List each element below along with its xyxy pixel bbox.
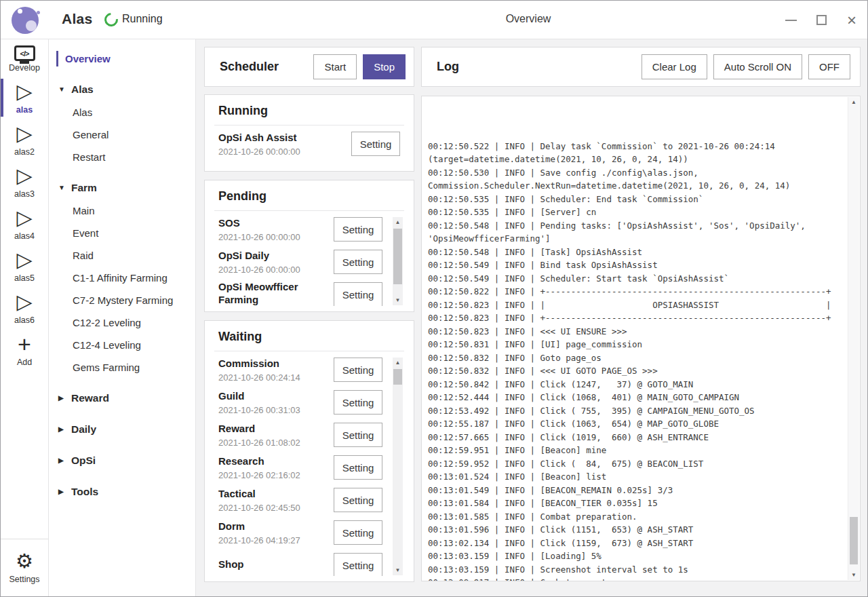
rail-item[interactable]: alas4 xyxy=(1,203,48,245)
rail-item[interactable]: alas2 xyxy=(1,119,48,161)
pending-scrollbar[interactable] xyxy=(393,217,403,305)
task-row: OpSi Ash Assist 2021-10-26 00:00:00 Sett… xyxy=(218,127,400,159)
task-row: Shop Setting xyxy=(218,548,382,576)
auto-scroll-off-button[interactable]: OFF xyxy=(808,54,850,79)
sidebar-item[interactable]: Overview xyxy=(49,47,195,70)
task-next-run-time: 2021-10-26 01:08:02 xyxy=(218,438,326,448)
rail-item[interactable]: Add xyxy=(1,329,48,371)
sidebar-item-label: Tools xyxy=(71,486,98,497)
running-status: Running xyxy=(122,13,163,25)
gear-icon xyxy=(16,550,33,573)
running-title: Running xyxy=(205,95,414,125)
expander-triangle-icon: ▼ xyxy=(58,85,71,93)
stop-button[interactable]: Stop xyxy=(363,54,406,79)
scroll-down-icon[interactable] xyxy=(393,295,403,305)
clear-log-button[interactable]: Clear Log xyxy=(642,54,707,79)
log-output: 00:12:50.522 | INFO | Delay task `Commis… xyxy=(422,96,848,581)
rail-item-label: alas6 xyxy=(14,315,35,325)
auto-scroll-on-button[interactable]: Auto Scroll ON xyxy=(713,54,802,79)
log-header-panel: Log Clear Log Auto Scroll ON OFF xyxy=(421,47,861,87)
sidebar-item[interactable]: ▶OpSi xyxy=(49,449,195,472)
sidebar-item-label: Alas xyxy=(73,107,92,118)
task-name: Reward xyxy=(218,422,326,435)
log-line: 00:12:50.548 | INFO | Pending tasks: ['O… xyxy=(428,219,848,233)
log-line: 00:12:50.823 | INFO | <<< UI ENSURE >>> xyxy=(428,325,848,339)
task-setting-button[interactable]: Setting xyxy=(334,488,382,512)
rail-item-label: alas3 xyxy=(14,189,35,199)
task-row: OpSi Meowfficer Farming Setting xyxy=(218,277,382,306)
sidebar-item[interactable]: C1-1 Affinity Farming xyxy=(49,267,195,289)
sidebar-item[interactable]: Raid xyxy=(49,244,195,267)
sidebar-item[interactable]: C12-2 Leveling xyxy=(49,311,195,334)
maximize-button[interactable] xyxy=(815,14,827,26)
sidebar-item-label: Alas xyxy=(71,83,94,95)
log-scrollbar[interactable] xyxy=(848,97,859,580)
log-line: 'OpsiMeowfficerFarming'] xyxy=(428,232,848,246)
sidebar-item[interactable]: Restart xyxy=(49,146,195,168)
sidebar-item[interactable]: C7-2 Mystery Farming xyxy=(49,289,195,311)
task-next-run-time: 2021-10-26 04:19:27 xyxy=(218,535,326,545)
scroll-down-icon[interactable] xyxy=(848,570,859,580)
task-setting-button[interactable]: Setting xyxy=(334,358,382,382)
minimize-button[interactable] xyxy=(785,14,797,26)
log-line: 00:12:50.535 | INFO | [Server] cn xyxy=(428,206,848,219)
rail-item-label: Add xyxy=(17,358,32,367)
sidebar-item-label: General xyxy=(73,129,108,140)
scrollbar-thumb[interactable] xyxy=(393,369,402,385)
sidebar-item[interactable]: Gems Farming xyxy=(49,356,195,379)
sidebar-item[interactable]: ▶Daily xyxy=(49,418,195,441)
sidebar-item[interactable]: ▼Farm xyxy=(49,176,195,199)
scheduler-panel: Scheduler Start Stop xyxy=(204,47,414,87)
task-setting-button[interactable]: Setting xyxy=(334,217,382,242)
rail-item-label: alas5 xyxy=(14,273,35,283)
rail-item-label: alas4 xyxy=(14,231,35,241)
sidebar-item[interactable]: General xyxy=(49,123,195,146)
instance-rail: Develop alas alas2 alas3 xyxy=(1,39,49,596)
waiting-panel: Waiting Commission 2021-10-26 00:24:14 S… xyxy=(204,320,414,582)
waiting-scrollbar[interactable] xyxy=(393,358,403,575)
rail-item-label: Develop xyxy=(9,63,40,73)
start-button[interactable]: Start xyxy=(313,54,357,79)
sidebar-item[interactable]: Alas xyxy=(49,101,195,123)
rail-item[interactable]: alas5 xyxy=(1,245,48,287)
sidebar-item[interactable]: ▶Tools xyxy=(49,480,195,503)
scrollbar-thumb[interactable] xyxy=(850,517,858,564)
settings-button[interactable]: Settings xyxy=(1,546,48,588)
nav-sidebar: Overview ▼Alas Alas General Restart ▼Far… xyxy=(49,39,196,596)
task-setting-button[interactable]: Setting xyxy=(351,132,400,156)
task-setting-button[interactable]: Setting xyxy=(334,520,382,545)
log-panel: 00:12:50.522 | INFO | Delay task `Commis… xyxy=(421,96,861,581)
scroll-down-icon[interactable] xyxy=(393,565,403,575)
task-row: OpSi Daily 2021-10-26 00:00:00 Setting xyxy=(218,245,382,277)
scrollbar-thumb[interactable] xyxy=(393,229,402,284)
sidebar-item-label: C7-2 Mystery Farming xyxy=(73,294,173,306)
task-setting-button[interactable]: Setting xyxy=(334,553,382,576)
log-line: 00:12:50.832 | INFO | <<< UI GOTO PAGE_O… xyxy=(428,364,848,378)
sidebar-item[interactable]: C12-4 Leveling xyxy=(49,334,195,356)
task-setting-button[interactable]: Setting xyxy=(334,423,382,447)
rail-item[interactable]: alas3 xyxy=(1,161,48,203)
scroll-up-icon[interactable] xyxy=(393,358,403,368)
log-line: 00:12:50.823 | INFO | +-----------------… xyxy=(428,311,848,325)
sidebar-item[interactable]: Event xyxy=(49,222,195,244)
rail-item[interactable]: Develop xyxy=(1,45,48,77)
task-setting-button[interactable]: Setting xyxy=(334,250,382,274)
running-panel: Running OpSi Ash Assist 2021-10-26 00:00… xyxy=(204,94,414,172)
sidebar-item-label: C12-4 Leveling xyxy=(73,339,141,351)
rail-item[interactable]: alas xyxy=(1,77,48,119)
sidebar-item[interactable]: ▼Alas xyxy=(49,78,195,101)
task-setting-button[interactable]: Setting xyxy=(334,455,382,480)
task-name: OpSi Meowfficer Farming xyxy=(218,280,326,306)
close-button[interactable]: × xyxy=(846,14,858,26)
log-line: 00:12:52.444 | INFO | Click (1068, 401) … xyxy=(428,391,848,404)
sidebar-item[interactable]: ▶Reward xyxy=(49,387,195,410)
sidebar-item[interactable]: Main xyxy=(49,199,195,222)
rail-item-icon xyxy=(16,122,32,145)
log-line: 00:12:57.665 | INFO | Click (1019, 660) … xyxy=(428,431,848,444)
scroll-up-icon[interactable] xyxy=(393,217,403,227)
task-setting-button[interactable]: Setting xyxy=(334,282,382,306)
task-setting-button[interactable]: Setting xyxy=(334,390,382,415)
rail-item[interactable]: alas6 xyxy=(1,287,48,329)
scroll-up-icon[interactable] xyxy=(848,97,859,107)
sidebar-item-label: OpSi xyxy=(71,455,96,466)
